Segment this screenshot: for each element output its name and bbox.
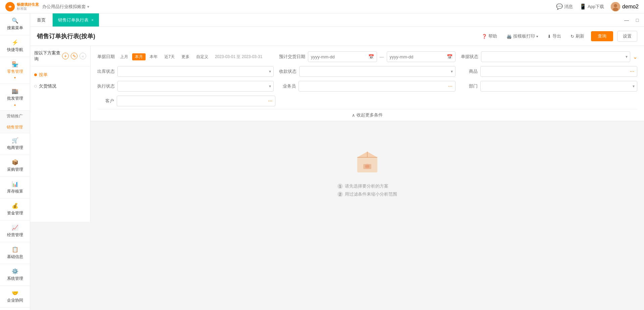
collapse-bar[interactable]: ∧ 收起更多条件 (97, 109, 637, 121)
date-tab-more[interactable]: 更多 (179, 53, 192, 60)
purchase-icon: 📦 (12, 159, 18, 165)
salesperson-input-wrapper[interactable]: ··· (299, 81, 455, 92)
scheme-actions: + ✎ « (62, 53, 86, 59)
sidebar-item-purchase[interactable]: 📦 采购管理 (0, 155, 30, 177)
page-header: 销售订单执行表(按单) ❓ 帮助 🖨️ 按模板打印 ▾ ⬇ 导出 (30, 27, 644, 46)
avatar (611, 2, 620, 11)
execution-label: 执行状态 (97, 83, 115, 89)
collection-filter-group: 收款状态 ▾ (279, 66, 455, 77)
sidebar-item-wholesale[interactable]: 🏬 批发管理 ▴ (0, 84, 30, 111)
scheme-add-button[interactable]: + (62, 53, 69, 59)
status-expand-icon[interactable]: ⌄ (633, 54, 637, 60)
scheme-collapse-button[interactable]: « (79, 53, 86, 59)
filter-row-1: 单据日期 上月 本月 本年 近7天 更多 自定义 2023-03-01 至 20… (97, 51, 637, 62)
collapse-chevron-icon: ∧ (352, 113, 355, 118)
tab-close-icon[interactable]: × (91, 18, 94, 22)
sidebar: 🔍 搜索菜单 ⚡ 快捷导航 🏪 零售管理 ▾ 🏬 批发管理 ▴ 营销推广 销售管… (0, 13, 30, 310)
collection-select-wrapper[interactable]: ▾ (299, 66, 455, 77)
empty-state-icon (351, 146, 384, 179)
scheme-item-1[interactable]: 欠货情况 (30, 81, 90, 92)
execution-select[interactable] (117, 81, 274, 92)
scheme-item-0[interactable]: 按单 (30, 69, 90, 81)
scheme-edit-button[interactable]: ✎ (71, 53, 77, 59)
left-panel: 按以下方案查询 + ✎ « (30, 46, 91, 222)
print-button[interactable]: 🖨️ 按模板打印 ▾ (504, 32, 541, 41)
customer-label: 客户 (97, 98, 114, 104)
sidebar-item-cooperation[interactable]: 🤝 企业协同 (0, 286, 30, 308)
customer-input-wrapper[interactable]: ··· (117, 96, 275, 106)
inventory-icon: 📊 (12, 181, 18, 187)
filter-area: 单据日期 上月 本月 本年 近7天 更多 自定义 2023-03-01 至 20… (91, 46, 644, 121)
goods-input-wrapper[interactable]: ··· (480, 66, 637, 77)
logo-text: 畅捷填好生意 标准版 (17, 2, 39, 11)
svg-rect-10 (365, 165, 369, 168)
sidebar-item-sales[interactable]: 销售管理 (0, 122, 30, 133)
tab-bar: 首页 销售订单执行表 × — □ (30, 13, 644, 27)
date-tab-thisyear[interactable]: 本年 (147, 53, 160, 60)
collection-label: 收款状态 (279, 68, 297, 74)
user-info[interactable]: demo2 (611, 2, 639, 11)
goods-ellipsis[interactable]: ··· (630, 68, 634, 74)
export-icon: ⬇ (547, 34, 551, 39)
sidebar-item-operations[interactable]: 📈 经营管理 (0, 220, 30, 242)
user-name: demo2 (622, 4, 639, 10)
status-select-wrapper[interactable]: ▾ (481, 51, 630, 62)
execution-select-wrapper[interactable]: ▾ (117, 81, 274, 92)
sidebar-item-finance[interactable]: 💰 资金管理 (0, 199, 30, 220)
date-tab-7days[interactable]: 近7天 (162, 53, 177, 60)
tab-bar-actions: — □ (623, 13, 644, 27)
minimize-icon: — (624, 17, 629, 23)
collection-select[interactable] (299, 66, 455, 77)
expected-date-start-input[interactable] (311, 54, 367, 59)
edit-icon: ✎ (72, 54, 76, 59)
logo-area[interactable]: 畅捷填好生意 标准版 (5, 2, 39, 11)
help-button[interactable]: ❓ 帮助 (479, 32, 500, 41)
system-icon: ⚙️ (12, 268, 18, 274)
sidebar-item-system[interactable]: ⚙️ 系统管理 (0, 264, 30, 286)
salesperson-ellipsis[interactable]: ··· (448, 83, 452, 89)
sidebar-item-basic[interactable]: 📋 基础信息 (0, 242, 30, 264)
sidebar-item-quicknav[interactable]: ⚡ 快捷导航 (0, 35, 30, 57)
message-button[interactable]: 💬 消息 (556, 3, 573, 10)
query-button[interactable]: 查询 (591, 31, 613, 41)
tab-minimize-button[interactable]: — (623, 16, 631, 24)
expected-date-start-wrapper: 📅 (308, 51, 377, 62)
tab-maximize-button[interactable]: □ (633, 16, 641, 24)
expected-date-end-input[interactable] (390, 54, 446, 59)
page-title: 销售订单执行表(按单) (37, 32, 95, 40)
status-select[interactable] (481, 51, 630, 62)
empty-tips: 1 请先选择要分析的方案 2 用过滤条件来缩小分析范围 (337, 183, 397, 197)
sidebar-item-newbie[interactable]: 🎯 新手引导 (0, 308, 30, 310)
settings-button[interactable]: 设置 (617, 31, 637, 42)
department-label: 部门 (461, 83, 478, 89)
app-download-button[interactable]: 📱 App下载 (580, 3, 604, 10)
tab-active-sales[interactable]: 销售订单执行表 × (53, 13, 99, 27)
export-button[interactable]: ⬇ 导出 (545, 32, 564, 41)
tip-num-2: 2 (337, 192, 343, 197)
customer-ellipsis[interactable]: ··· (268, 98, 272, 104)
shipment-select-wrapper[interactable]: ▾ (117, 66, 274, 77)
department-select-wrapper[interactable]: ▾ (480, 81, 637, 92)
sidebar-item-ecommerce[interactable]: 🛒 电商管理 (0, 133, 30, 155)
date-tab-thismonth[interactable]: 本月 (132, 53, 146, 60)
page-header-actions: ❓ 帮助 🖨️ 按模板打印 ▾ ⬇ 导出 ↻ 刷新 (479, 31, 637, 42)
department-select[interactable] (480, 81, 637, 92)
sidebar-item-marketing[interactable]: 营销推广 (0, 111, 30, 122)
date-range-text: 2023-03-01 至 2023-03-31 (215, 54, 262, 60)
breadcrumb[interactable]: 办公用品行业模拟账套 ▾ (42, 4, 89, 10)
filter-row-2: 出库状态 ▾ 收款状态 (97, 66, 637, 77)
date-tab-lastmonth[interactable]: 上月 (117, 53, 131, 60)
sidebar-sub-marketing: 营销推广 销售管理 (0, 111, 30, 133)
date-tab-custom[interactable]: 自定义 (194, 53, 211, 60)
tab-home[interactable]: 首页 (30, 13, 53, 27)
sidebar-item-inventory[interactable]: 📊 库存核算 (0, 177, 30, 199)
operations-icon: 📈 (12, 224, 18, 231)
empty-state: 1 请先选择要分析的方案 2 用过滤条件来缩小分析范围 (337, 146, 397, 197)
shipment-select[interactable] (117, 66, 274, 77)
sidebar-item-search[interactable]: 🔍 搜索菜单 (0, 13, 30, 35)
collapse-label: 收起更多条件 (357, 112, 383, 118)
tip-num-1: 1 (337, 184, 343, 189)
department-filter-group: 部门 ▾ (461, 81, 637, 92)
sidebar-item-retail[interactable]: 🏪 零售管理 ▾ (0, 57, 30, 84)
refresh-button[interactable]: ↻ 刷新 (568, 32, 587, 41)
